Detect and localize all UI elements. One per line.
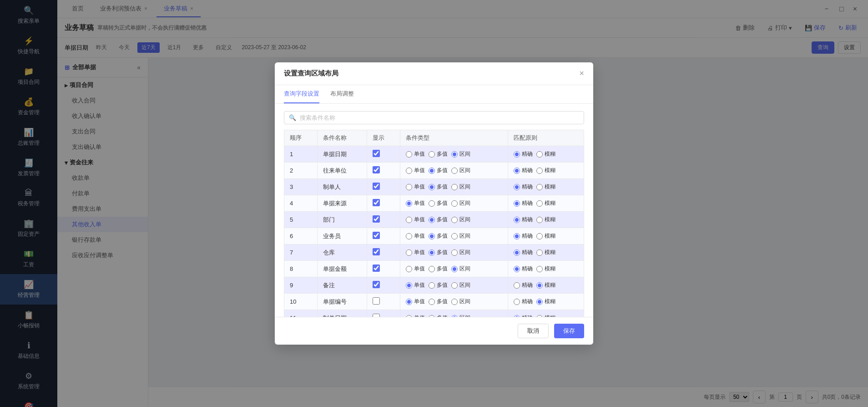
condition-range-radio[interactable] — [451, 168, 458, 174]
display-checkbox[interactable] — [373, 297, 380, 305]
row-order: 5 — [284, 212, 318, 228]
match-exact-radio[interactable] — [514, 151, 520, 158]
match-exact-radio[interactable] — [514, 200, 520, 207]
match-exact-radio[interactable] — [514, 168, 520, 174]
row-condition-type: 单值多值区间 — [400, 294, 508, 310]
condition-range-radio[interactable] — [451, 233, 458, 239]
condition-multi-radio[interactable] — [429, 200, 435, 207]
row-name: 单据金额 — [317, 261, 367, 277]
row-condition-type: 单值多值区间 — [400, 228, 508, 244]
modal-table-row: 5部门单值多值区间精确模糊 — [284, 212, 584, 228]
row-match-type: 精确模糊 — [508, 146, 584, 163]
condition-multi-radio[interactable] — [429, 299, 435, 305]
condition-multi-radio[interactable] — [429, 217, 435, 223]
modal-table-row: 10单据编号单值多值区间精确模糊 — [284, 294, 584, 310]
condition-range-radio[interactable] — [451, 249, 458, 256]
row-order: 2 — [284, 163, 318, 179]
row-order: 10 — [284, 294, 318, 310]
row-condition-type: 单值多值区间 — [400, 244, 508, 261]
modal-search-icon: 🔍 — [289, 114, 296, 121]
row-display — [367, 195, 400, 212]
display-checkbox[interactable] — [373, 248, 380, 255]
match-fuzzy-radio[interactable] — [536, 249, 543, 256]
display-checkbox[interactable] — [373, 199, 380, 206]
match-fuzzy-radio[interactable] — [536, 266, 543, 272]
display-checkbox[interactable] — [373, 265, 380, 272]
display-checkbox[interactable] — [373, 183, 380, 190]
condition-multi-radio[interactable] — [429, 282, 435, 289]
row-condition-type: 单值多值区间 — [400, 163, 508, 179]
display-checkbox[interactable] — [373, 232, 380, 239]
match-exact-radio[interactable] — [514, 233, 520, 239]
display-checkbox[interactable] — [373, 166, 380, 173]
condition-range-radio[interactable] — [451, 151, 458, 158]
row-display — [367, 294, 400, 310]
condition-multi-radio[interactable] — [429, 151, 435, 158]
row-name: 仓库 — [317, 244, 367, 261]
modal-tab-field-settings[interactable]: 查询字段设置 — [284, 85, 319, 103]
match-fuzzy-radio[interactable] — [536, 282, 543, 289]
condition-multi-radio[interactable] — [429, 266, 435, 272]
row-display — [367, 310, 400, 317]
modal-search-box[interactable]: 🔍 — [284, 111, 584, 124]
row-condition-type: 单值多值区间 — [400, 310, 508, 317]
condition-single-radio[interactable] — [406, 282, 412, 289]
row-display — [367, 277, 400, 294]
condition-single-radio[interactable] — [406, 299, 412, 305]
row-match-type: 精确模糊 — [508, 163, 584, 179]
modal-table-row: 2往来单位单值多值区间精确模糊 — [284, 163, 584, 179]
match-fuzzy-radio[interactable] — [536, 168, 543, 174]
condition-range-radio[interactable] — [451, 299, 458, 305]
row-name: 部门 — [317, 212, 367, 228]
match-fuzzy-radio[interactable] — [536, 151, 543, 158]
display-checkbox[interactable] — [373, 314, 380, 317]
row-match-type: 精确模糊 — [508, 212, 584, 228]
condition-single-radio[interactable] — [406, 200, 412, 207]
condition-multi-radio[interactable] — [429, 233, 435, 239]
modal-tab-layout[interactable]: 布局调整 — [330, 85, 354, 103]
condition-single-radio[interactable] — [406, 217, 412, 223]
row-condition-type: 单值多值区间 — [400, 146, 508, 163]
col-display: 显示 — [367, 130, 400, 146]
match-fuzzy-radio[interactable] — [536, 233, 543, 239]
match-exact-radio[interactable] — [514, 299, 520, 305]
display-checkbox[interactable] — [373, 281, 380, 288]
condition-range-radio[interactable] — [451, 184, 458, 190]
match-fuzzy-radio[interactable] — [536, 184, 543, 190]
condition-range-radio[interactable] — [451, 266, 458, 272]
condition-single-radio[interactable] — [406, 249, 412, 256]
row-match-type: 精确模糊 — [508, 261, 584, 277]
row-name: 单据编号 — [317, 294, 367, 310]
match-exact-radio[interactable] — [514, 282, 520, 289]
match-fuzzy-radio[interactable] — [536, 200, 543, 207]
display-checkbox[interactable] — [373, 215, 380, 223]
condition-multi-radio[interactable] — [429, 184, 435, 190]
match-exact-radio[interactable] — [514, 266, 520, 272]
row-display — [367, 212, 400, 228]
row-display — [367, 244, 400, 261]
match-fuzzy-radio[interactable] — [536, 217, 543, 223]
condition-range-radio[interactable] — [451, 217, 458, 223]
condition-multi-radio[interactable] — [429, 249, 435, 256]
condition-range-radio[interactable] — [451, 282, 458, 289]
condition-single-radio[interactable] — [406, 233, 412, 239]
condition-single-radio[interactable] — [406, 151, 412, 158]
modal-cancel-button[interactable]: 取消 — [518, 324, 549, 338]
condition-single-radio[interactable] — [406, 266, 412, 272]
condition-range-radio[interactable] — [451, 200, 458, 207]
modal-footer: 取消 保存 — [275, 317, 593, 345]
modal-overlay[interactable]: 设置查询区域布局 × 查询字段设置 布局调整 🔍 顺序 条件名称 显示 — [0, 0, 868, 407]
display-checkbox[interactable] — [373, 150, 380, 157]
match-exact-radio[interactable] — [514, 217, 520, 223]
modal-search-input[interactable] — [300, 114, 579, 121]
row-display — [367, 179, 400, 195]
modal-save-button[interactable]: 保存 — [554, 324, 584, 338]
condition-single-radio[interactable] — [406, 168, 412, 174]
modal-close-button[interactable]: × — [579, 69, 584, 78]
match-exact-radio[interactable] — [514, 184, 520, 190]
condition-multi-radio[interactable] — [429, 168, 435, 174]
match-exact-radio[interactable] — [514, 249, 520, 256]
row-order: 6 — [284, 228, 318, 244]
match-fuzzy-radio[interactable] — [536, 299, 543, 305]
condition-single-radio[interactable] — [406, 184, 412, 190]
